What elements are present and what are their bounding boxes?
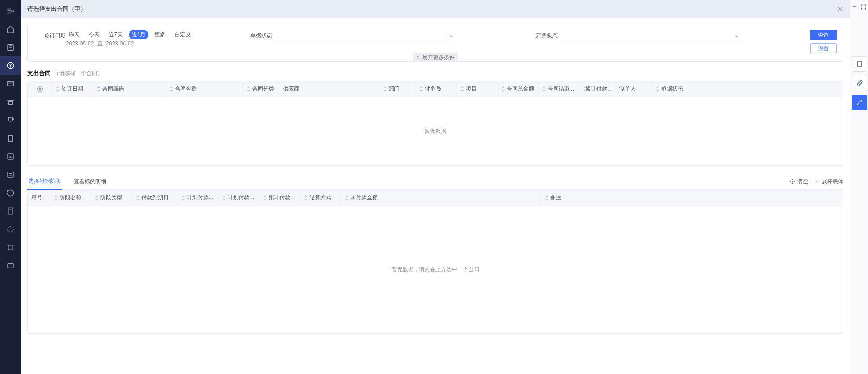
- nav-tv-icon[interactable]: [0, 257, 21, 275]
- search-button[interactable]: 查询: [810, 30, 837, 40]
- nav-refresh-icon[interactable]: [0, 184, 21, 202]
- svg-rect-11: [9, 135, 13, 142]
- expand-filters-button[interactable]: 展开更多条件: [413, 53, 458, 62]
- svg-rect-24: [8, 264, 13, 268]
- nav-store-icon[interactable]: [0, 93, 21, 111]
- col-paid[interactable]: 累计付款...: [579, 81, 616, 96]
- tab-select-stage[interactable]: 选择付款阶段: [27, 174, 62, 190]
- date-from: 2023-05-02: [66, 40, 94, 47]
- svg-rect-10: [9, 101, 13, 104]
- clear-icon: [790, 179, 795, 184]
- nav-list-icon[interactable]: [0, 166, 21, 184]
- scol-unpaid[interactable]: 未付款金额: [341, 190, 541, 205]
- contract-section-sub: （请选择一个合同）: [54, 70, 103, 77]
- filter-invoice-status-label: 开票状态: [526, 30, 558, 40]
- stage-table: 序号 阶段名称 阶段类型 付款到期日 计划付款... 计划付款... 累计付款.…: [27, 190, 843, 334]
- nav-report-icon[interactable]: [0, 147, 21, 166]
- svg-rect-20: [8, 208, 13, 214]
- svg-rect-8: [7, 82, 14, 86]
- col-total-amount[interactable]: 合同总金额: [498, 81, 539, 96]
- contract-section-main: 支出合同: [27, 69, 51, 77]
- rt-attach-icon[interactable]: [852, 76, 867, 91]
- select-contract-modal: 请选择支出合同（甲） 签订日期 昨天 今天 近7天 近1月 更多: [21, 0, 850, 374]
- filter-doc-status-label: 单据状态: [240, 30, 272, 40]
- clear-label: 清空: [797, 178, 808, 186]
- date-sep: 至: [97, 40, 103, 47]
- chevron-down-icon: [449, 34, 454, 39]
- scol-stage-type[interactable]: 阶段类型: [91, 190, 132, 205]
- modal-header: 请选择支出合同（甲）: [21, 0, 850, 18]
- invoice-status-select[interactable]: [558, 30, 739, 42]
- scol-due-date[interactable]: 付款到期日: [132, 190, 178, 205]
- rt-doc-icon[interactable]: [852, 56, 867, 72]
- filter-sign-date: 签订日期 昨天 今天 近7天 近1月 更多 自定义 2023-05-02 至: [34, 30, 229, 48]
- scol-plan-pay2[interactable]: 计划付款...: [219, 190, 259, 205]
- right-toolbar: [850, 0, 868, 374]
- stage-table-header: 序号 阶段名称 阶段类型 付款到期日 计划付款... 计划付款... 累计付款.…: [28, 190, 843, 206]
- col-sales[interactable]: 业务员: [416, 81, 457, 96]
- col-contract-code[interactable]: 合同编码: [93, 81, 166, 96]
- filter-actions: 查询 设置: [810, 30, 837, 54]
- nav-card-icon[interactable]: [0, 75, 21, 93]
- chevron-down-icon: [734, 34, 739, 39]
- contract-table-header: 签订日期 合同编码 合同名称 合同分类 供应商 部门 业务员 项目 合同总金额 …: [28, 81, 843, 97]
- col-contract-name[interactable]: 合同名称: [166, 81, 243, 96]
- col-project[interactable]: 项目: [457, 81, 498, 96]
- nav-cup-icon[interactable]: [0, 111, 21, 129]
- expand-body-label: 展开表体: [822, 178, 843, 186]
- date-to: 2023-06-02: [106, 40, 134, 47]
- left-nav-sidebar: [0, 0, 21, 374]
- minimize-icon[interactable]: [851, 4, 858, 10]
- tab-view-detail[interactable]: 查看标的明细: [73, 174, 107, 189]
- stage-table-empty: 暂无数据，请先在上方选中一个合同: [28, 206, 843, 333]
- fullscreen-icon[interactable]: [860, 4, 867, 10]
- close-icon[interactable]: [837, 6, 843, 12]
- col-creator[interactable]: 制单人: [616, 81, 652, 96]
- expand-filters-label: 展开更多条件: [422, 54, 455, 61]
- rt-expand-icon[interactable]: [852, 95, 867, 110]
- double-chevron-down-icon: [416, 55, 420, 60]
- date-opt-more[interactable]: 更多: [152, 30, 168, 39]
- contract-table: 签订日期 合同编码 合同名称 合同分类 供应商 部门 业务员 项目 合同总金额 …: [27, 81, 843, 166]
- svg-point-29: [39, 88, 41, 90]
- date-opt-last7d[interactable]: 近7天: [106, 30, 125, 39]
- reset-button[interactable]: 设置: [810, 43, 837, 54]
- nav-search-icon[interactable]: [0, 2, 21, 20]
- contract-table-empty: 暂无数据: [28, 97, 843, 165]
- clear-button[interactable]: 清空: [790, 178, 808, 186]
- date-opt-custom[interactable]: 自定义: [172, 30, 194, 39]
- col-end[interactable]: 合同结束...: [539, 81, 579, 96]
- nav-money-icon[interactable]: [0, 56, 21, 75]
- nav-note-icon[interactable]: [0, 202, 21, 220]
- scol-remark[interactable]: 备注: [541, 190, 843, 205]
- doc-status-select[interactable]: [272, 30, 454, 42]
- filter-panel: 签订日期 昨天 今天 近7天 近1月 更多 自定义 2023-05-02 至: [27, 25, 843, 62]
- chevron-down-icon: [814, 179, 820, 184]
- expand-body-button[interactable]: 展开表体: [814, 178, 843, 186]
- nav-doc-icon[interactable]: [0, 38, 21, 56]
- nav-building-icon[interactable]: [0, 129, 21, 147]
- lower-tabs: 选择付款阶段 查看标的明细 清空 展开表体: [27, 174, 843, 190]
- scol-plan-pay1[interactable]: 计划付款...: [178, 190, 219, 205]
- date-opt-last1m[interactable]: 近1月: [129, 30, 149, 39]
- col-supplier[interactable]: 供应商: [279, 81, 379, 96]
- date-range-display: 2023-05-02 至 2023-06-02: [66, 40, 194, 48]
- nav-dashed-icon[interactable]: [0, 220, 21, 238]
- nav-home-icon[interactable]: [0, 20, 21, 38]
- col-sign-date[interactable]: 签订日期: [52, 81, 93, 96]
- table-settings-icon[interactable]: [28, 81, 52, 96]
- scol-index[interactable]: 序号: [28, 190, 50, 205]
- scol-stage-name[interactable]: 阶段名称: [50, 190, 91, 205]
- svg-point-3: [12, 10, 14, 12]
- filter-sign-date-label: 签订日期: [34, 30, 66, 40]
- col-doc-status[interactable]: 单据状态: [652, 81, 843, 96]
- filter-invoice-status: 开票状态: [526, 30, 800, 42]
- col-dept[interactable]: 部门: [379, 81, 416, 96]
- date-opt-yesterday[interactable]: 昨天: [66, 30, 82, 39]
- scol-acc-pay[interactable]: 累计付款...: [259, 190, 300, 205]
- scol-settle[interactable]: 结算方式: [300, 190, 341, 205]
- col-contract-cat[interactable]: 合同分类: [243, 81, 279, 96]
- nav-misc-icon[interactable]: [0, 238, 21, 257]
- modal-title: 请选择支出合同（甲）: [27, 5, 86, 13]
- date-opt-today[interactable]: 今天: [86, 30, 102, 39]
